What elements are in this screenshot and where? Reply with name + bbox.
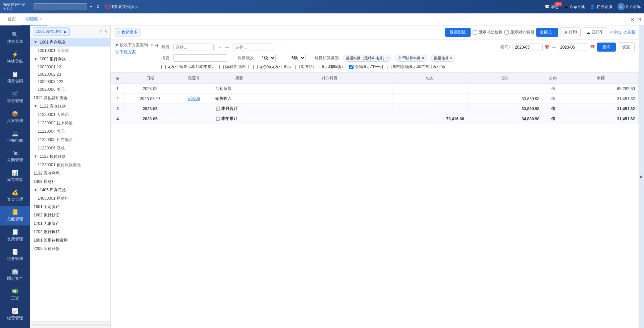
app-download-button[interactable]: 📱 App下载	[564, 4, 585, 10]
tree-item-10020002[interactable]: 10020002 23	[30, 71, 110, 78]
return-old-button[interactable]: 返回旧版	[445, 28, 471, 37]
col-balance: 余额	[563, 73, 639, 84]
tree-item-1122[interactable]: ▼ 1122 应收账款	[30, 102, 110, 111]
window-close-icon[interactable]: ✕	[631, 17, 635, 22]
tree-item-2202[interactable]: 2202 应付账款	[30, 245, 110, 253]
tab-close-icon[interactable]: ✕	[40, 17, 43, 21]
message-button[interactable]: 💬 消息 99+	[545, 4, 559, 10]
cb-no-balance[interactable]: 无发生额显示本月本年累计	[161, 64, 215, 70]
export-button[interactable]: ↗ 导出	[609, 29, 621, 35]
tree-item-10020006[interactable]: 10020006 美元	[30, 85, 110, 94]
cb-opening-cumulative[interactable]: 期初余额显示本年累计发生额	[387, 64, 445, 70]
selected-account-label: 1001 库存现金	[36, 29, 62, 35]
sidebar-item-wholesale[interactable]: 📦 批发管理	[0, 107, 30, 127]
cb-hide-disabled[interactable]: 隐藏禁用科目	[219, 64, 249, 70]
panel-edit-icon[interactable]: ✎	[104, 29, 108, 34]
tree-item-1405[interactable]: ▼ 1405 库存商品	[30, 186, 110, 194]
tree-item-1012[interactable]: 1012 其他货币资金	[30, 94, 110, 102]
level-label: 科目级次	[238, 55, 254, 61]
tree-item-11220001[interactable]: 11220001 人民币	[30, 111, 110, 119]
tree-item-1403[interactable]: 1403 原材料	[30, 178, 110, 186]
expand-more-button[interactable]: ∧ 收起更多	[114, 28, 141, 37]
sidebar-item-capital[interactable]: 💰 资金管理	[0, 186, 30, 206]
refresh-button[interactable]: ↺ 刷新	[623, 29, 635, 35]
tree-item-11220005[interactable]: 11220005 所在地区	[30, 136, 110, 144]
amount-format-button[interactable]: 金额式 ↓	[536, 28, 558, 37]
filter-arrow-icon[interactable]: ◀	[155, 43, 158, 48]
tree-item-10020001[interactable]: 10020001 12	[30, 63, 110, 71]
sidebar-item-search[interactable]: 🔍 搜索菜单	[0, 28, 30, 48]
sidebar-item-project[interactable]: 📋 项目合同	[0, 68, 30, 87]
demo-link[interactable]: ⭕ 我要看实例演示	[105, 4, 138, 10]
tree-item-11230001[interactable]: 11230001 预付账款美元	[30, 161, 110, 169]
cb-no-amount[interactable]: 无余额无发生显示	[253, 64, 291, 70]
period-cal-icon2[interactable]: 📅	[590, 45, 595, 50]
sidebar-item-expense[interactable]: 💳 小畅报销	[0, 324, 30, 328]
sidebar-item-retail[interactable]: 🛒 零售管理	[0, 87, 30, 107]
tree-item-1123[interactable]: ▼ 1123 预付账款	[30, 152, 110, 161]
sidebar-item-ecommerce[interactable]: 💻 小畅电商	[0, 127, 30, 147]
tab-ledger[interactable]: 明细账 ✕	[21, 13, 47, 25]
table-area: ⚙ 日期 凭证号 摘要 对方科目 借方 贷方 方向 余额 1	[111, 73, 639, 328]
tree-item-1702[interactable]: 1702 累计摊销	[30, 228, 110, 236]
sidebar-item-management[interactable]: 📈 经营管理	[0, 305, 30, 324]
print-button[interactable]: 🖨 打印	[560, 27, 581, 37]
tree-item-10020003[interactable]: 10020003 122	[30, 78, 110, 85]
tree-item-1602[interactable]: 1602 累计折旧	[30, 211, 110, 219]
period-start-input[interactable]	[513, 44, 543, 51]
cb-balance-one-col[interactable]: 余额显示在一列	[349, 64, 383, 70]
tree-item-14050001[interactable]: 14050001 原材料	[30, 194, 110, 203]
settings-button[interactable]: 设置	[618, 42, 635, 52]
sidebar-item-salary[interactable]: 💵 工资	[0, 285, 30, 305]
tree-item-1701[interactable]: 1701 无形资产	[30, 219, 110, 228]
right-panel-toggle[interactable]: ▶	[639, 25, 644, 328]
level-end-select[interactable]: 6级5级4级	[288, 54, 306, 62]
cb-counterpart[interactable]: 对方科目（显示辅助项）	[295, 64, 345, 70]
table-settings-icon[interactable]: ⚙	[116, 76, 119, 81]
summary-input[interactable]	[173, 54, 227, 62]
account-nav-icon[interactable]: ▶	[64, 29, 67, 34]
sidebar-item-inventory[interactable]: 📊 库存核算	[0, 166, 30, 186]
tree-item-11220004[interactable]: 11220004 美元	[30, 127, 110, 136]
period-cal-icon1[interactable]: 📅	[545, 45, 550, 50]
sidebar-item-assets[interactable]: 🏢 固定资产	[0, 265, 30, 285]
settings-icon[interactable]: ⚙	[96, 4, 100, 9]
query-button[interactable]: 查询	[597, 43, 616, 52]
subject-end-field[interactable]	[233, 44, 273, 51]
tree-item-1002[interactable]: ▼ 1002 银行存款	[30, 55, 110, 63]
cell-date-4: 2023-05	[124, 114, 176, 124]
subject-input-field[interactable]	[173, 44, 214, 51]
sidebar-item-invoice[interactable]: 🧾 发票管理	[0, 225, 30, 245]
tree-item-1132[interactable]: 1132 应收利息	[30, 169, 110, 178]
sidebar-item-purchase[interactable]: 🛍 采购管理	[0, 147, 30, 166]
period-end-input[interactable]	[558, 44, 588, 51]
selected-account-display[interactable]: 1001 库存现金 ▶	[33, 27, 70, 36]
search-input[interactable]	[34, 3, 87, 10]
user-menu[interactable]: U 用户名称	[618, 3, 641, 10]
tab-home[interactable]: 首页	[3, 13, 21, 25]
show-subject-checkbox[interactable]: 显示对方科目	[504, 29, 534, 35]
cloud-print-button[interactable]: ☁ 云打印	[583, 27, 607, 37]
scheme-item[interactable]: ◎ 系统方案	[115, 49, 158, 55]
tree-item-1601[interactable]: 1601 固定资产	[30, 203, 110, 211]
online-service-button[interactable]: 👤 在线客服	[590, 4, 612, 10]
sidebar-item-tax[interactable]: 📑 税务管理	[0, 245, 30, 265]
sidebar-item-nav[interactable]: ⚡ 快捷导航	[0, 48, 30, 68]
tree-item-1801[interactable]: 1801 长期待摊费用	[30, 236, 110, 245]
tree-item-10010001[interactable]: 10010001 同同同	[30, 47, 110, 55]
subject-input[interactable]	[504, 30, 509, 35]
level-start-select[interactable]: 1级2级3级	[258, 54, 276, 62]
check-input[interactable]	[473, 30, 477, 35]
horizontal-scrollbar[interactable]	[32, 324, 109, 326]
panel-layout-icon[interactable]: ⊞	[99, 29, 103, 34]
voucher-link[interactable]: 记-006	[188, 96, 200, 101]
filter-config-icon[interactable]: ⚙	[150, 43, 154, 48]
tree-item-11220002[interactable]: 11220002 往来标签	[30, 119, 110, 127]
search-dropdown-icon[interactable]: ▼	[89, 4, 93, 9]
window-expand-icon[interactable]: ⊡	[637, 17, 641, 22]
sidebar-item-ledger[interactable]: 📒 总账管理	[0, 206, 30, 225]
show-check-checkbox[interactable]: 显示辅助核算	[473, 29, 502, 35]
tree-item-11220006[interactable]: 11220006 游戏	[30, 144, 110, 152]
filter-row1: ▼ 按以下方案查询 ⚙ ◀ ◎ 系统方案 科目 ··· —	[115, 42, 635, 70]
tree-item-1001[interactable]: ▼ 1001 库存现金	[30, 38, 110, 47]
